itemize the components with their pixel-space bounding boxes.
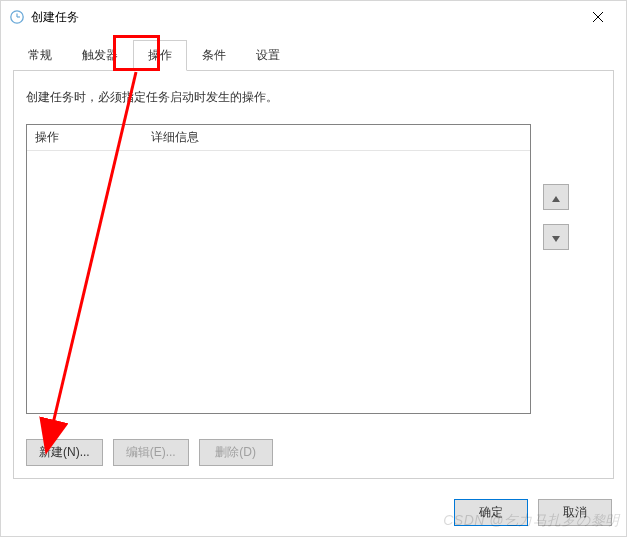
tab-triggers[interactable]: 触发器 — [67, 40, 133, 71]
column-details[interactable]: 详细信息 — [143, 125, 530, 150]
delete-button[interactable]: 删除(D) — [199, 439, 273, 466]
edit-button[interactable]: 编辑(E)... — [113, 439, 189, 466]
reorder-buttons — [543, 184, 569, 250]
svg-marker-6 — [552, 236, 560, 242]
actions-listview[interactable]: 操作 详细信息 — [26, 124, 531, 414]
watermark-text: CSDN @乞力马扎罗の黎明 — [443, 512, 620, 530]
content-area: 常规 触发器 操作 条件 设置 创建任务时，必须指定任务启动时发生的操作。 操作… — [1, 33, 626, 491]
tab-conditions[interactable]: 条件 — [187, 40, 241, 71]
actions-panel: 创建任务时，必须指定任务启动时发生的操作。 操作 详细信息 — [13, 71, 614, 479]
close-icon — [593, 8, 603, 26]
window-title: 创建任务 — [31, 9, 578, 26]
panel-description: 创建任务时，必须指定任务启动时发生的操作。 — [26, 89, 601, 106]
clock-icon — [9, 9, 25, 25]
svg-marker-5 — [552, 196, 560, 202]
listview-headers: 操作 详细信息 — [27, 125, 530, 151]
list-area: 操作 详细信息 — [26, 124, 601, 414]
create-task-dialog: 创建任务 常规 触发器 操作 条件 设置 创建任务时，必须指定任务启动时发生的操… — [0, 0, 627, 537]
move-down-button[interactable] — [543, 224, 569, 250]
tab-actions[interactable]: 操作 — [133, 40, 187, 71]
triangle-up-icon — [552, 188, 560, 206]
move-up-button[interactable] — [543, 184, 569, 210]
new-button[interactable]: 新建(N)... — [26, 439, 103, 466]
action-button-row: 新建(N)... 编辑(E)... 删除(D) — [26, 439, 273, 466]
close-button[interactable] — [578, 3, 618, 31]
tab-settings[interactable]: 设置 — [241, 40, 295, 71]
titlebar: 创建任务 — [1, 1, 626, 33]
tab-general[interactable]: 常规 — [13, 40, 67, 71]
tab-strip: 常规 触发器 操作 条件 设置 — [13, 39, 614, 71]
column-action[interactable]: 操作 — [27, 125, 143, 150]
triangle-down-icon — [552, 228, 560, 246]
